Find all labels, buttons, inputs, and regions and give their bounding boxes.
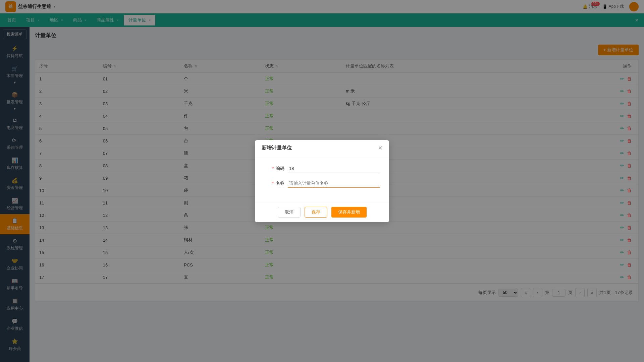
modal-body: * 编码 * 名称 [255, 156, 389, 202]
code-label-text: 编码 [276, 166, 284, 171]
save-and-new-button[interactable]: 保存并新增 [331, 207, 367, 218]
code-required: * [272, 166, 274, 171]
code-label: * 编码 [264, 166, 284, 172]
modal-close-button[interactable]: ✕ [378, 145, 382, 151]
save-button[interactable]: 保存 [305, 207, 327, 218]
modal-overlay: 新增计量单位 ✕ * 编码 * 名称 取消 保存 保存并新增 [0, 0, 644, 362]
code-form-row: * 编码 [264, 164, 380, 173]
add-measure-unit-modal: 新增计量单位 ✕ * 编码 * 名称 取消 保存 保存并新增 [255, 140, 389, 222]
cancel-button[interactable]: 取消 [278, 207, 301, 218]
name-required: * [272, 181, 274, 186]
name-input[interactable] [288, 179, 380, 188]
modal-title: 新增计量单位 [262, 145, 292, 151]
code-input[interactable] [288, 164, 380, 173]
name-form-row: * 名称 [264, 179, 380, 188]
modal-header: 新增计量单位 ✕ [255, 140, 389, 156]
modal-footer: 取消 保存 保存并新增 [255, 202, 389, 222]
name-label: * 名称 [264, 180, 284, 186]
name-label-text: 名称 [276, 181, 284, 186]
